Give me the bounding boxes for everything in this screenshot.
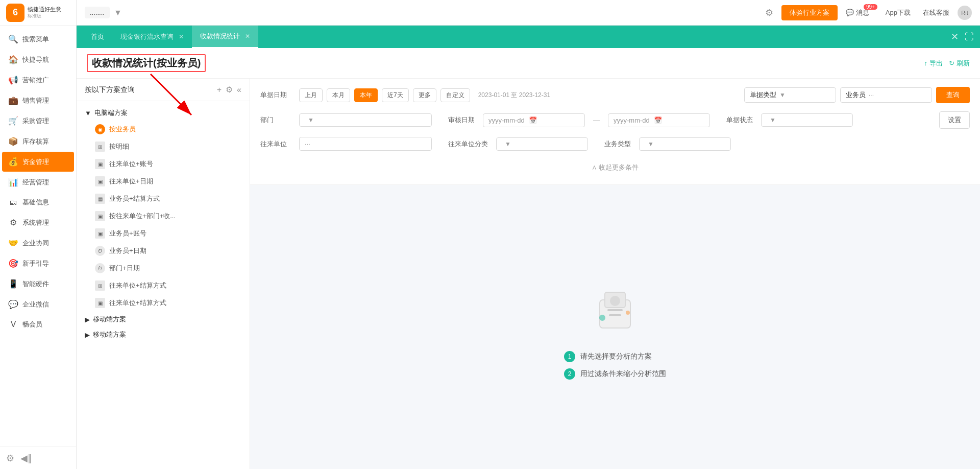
tree-item-icon: ▣: [95, 159, 105, 169]
empty-hints: 1 请先选择要分析的方案 2 用过滤条件来缩小分析范围: [564, 351, 666, 380]
nav-label: 畅会员: [22, 320, 42, 329]
tree-item-业务员+日期[interactable]: ⏱业务员+日期: [77, 242, 250, 260]
sidebar-item-营销推广[interactable]: 📢营销推广: [2, 70, 74, 90]
tree-item-业务员+结算方式[interactable]: ▦业务员+结算方式: [77, 190, 250, 207]
export-button[interactable]: ↑ 导出: [924, 59, 943, 68]
tree-item-按业务员[interactable]: ◉按业务员: [77, 121, 250, 138]
sidebar-item-畅会员[interactable]: V畅会员: [2, 315, 74, 334]
tree-item-往来单位+结算方式[interactable]: ⊞往来单位+结算方式: [77, 277, 250, 294]
sidebar-item-基础信息[interactable]: 🗂基础信息: [2, 193, 74, 212]
tree-group-电脑端方案[interactable]: ▼电脑端方案: [77, 105, 250, 121]
panel-header-label: 按以下方案查询: [85, 85, 135, 95]
sidebar-item-企业协同[interactable]: 🤝企业协同: [2, 233, 74, 253]
settings-scheme-icon[interactable]: ⚙: [226, 85, 233, 95]
tree-item-按明细[interactable]: ⊞按明细: [77, 138, 250, 155]
trial-button[interactable]: 体验行业方案: [781, 5, 838, 20]
empty-illustration: [584, 274, 646, 336]
sidebar-item-经营管理[interactable]: 📊经营管理: [2, 172, 74, 192]
tab-bank-flow[interactable]: 现金银行流水查询 ✕: [112, 26, 192, 48]
nav-icon: 🎯: [8, 259, 18, 268]
sidebar-item-库存核算[interactable]: 📦库存核算: [2, 131, 74, 151]
review-date-end[interactable]: yyyy-mm-dd 📅: [608, 113, 710, 127]
online-service-link[interactable]: 在线客服: [923, 8, 949, 17]
collapse-panel-icon[interactable]: «: [237, 85, 241, 95]
receipt-type-chevron: ▼: [779, 91, 786, 99]
receipt-status-select[interactable]: ▼: [761, 113, 853, 127]
nav-icon: 📦: [8, 136, 18, 146]
sidebar-item-智能硬件[interactable]: 📱智能硬件: [2, 274, 74, 294]
sidebar-item-销售管理[interactable]: 💼销售管理: [2, 90, 74, 110]
tab-receipt-stats-close[interactable]: ✕: [245, 33, 250, 40]
review-date-label: 审核日期: [448, 115, 475, 125]
tab-bank-flow-close[interactable]: ✕: [179, 33, 184, 40]
tree-item-icon: ▣: [95, 298, 105, 308]
tree-group-mobile[interactable]: ▶移动端方案: [77, 327, 250, 342]
tree-group-移动端方案[interactable]: ▶移动端方案: [77, 312, 250, 327]
tree-item-label: 往来单位+结算方式: [109, 298, 166, 308]
tab-close-all-icon[interactable]: ✕: [951, 31, 959, 42]
tab-receipt-stats-label: 收款情况统计: [200, 32, 240, 41]
sidebar-item-系统管理[interactable]: ⚙系统管理: [2, 213, 74, 232]
receipt-type-select[interactable]: 单据类型 ▼: [744, 87, 836, 103]
tree-item-部门+日期[interactable]: ⏱部门+日期: [77, 260, 250, 277]
date-btn-last-month[interactable]: 上月: [299, 88, 323, 102]
sidebar-item-搜索菜单[interactable]: 🔍搜索菜单: [2, 29, 74, 49]
tree-item-label: 部门+日期: [109, 264, 140, 273]
breadcrumb-area: ........ ▼: [85, 7, 759, 18]
sidebar-item-快捷导航[interactable]: 🏠快捷导航: [2, 50, 74, 69]
tree-item-往来单位+账号[interactable]: ▣往来单位+账号: [77, 155, 250, 173]
settings-footer-icon[interactable]: ⚙: [6, 453, 14, 464]
tree-group-label: 移动端方案: [93, 315, 126, 324]
tree-item-按往来单位+部门+收...[interactable]: ▣按往来单位+部门+收...: [77, 207, 250, 225]
nav-label: 搜索菜单: [22, 35, 49, 44]
sidebar-item-资金管理[interactable]: 💰资金管理: [2, 152, 74, 172]
nav-icon: 🤝: [8, 238, 18, 248]
tab-receipt-stats[interactable]: 收款情况统计 ✕: [192, 26, 258, 48]
user-avatar[interactable]: Rit: [958, 6, 972, 20]
tab-bar: 首页 现金银行流水查询 ✕ 收款情况统计 ✕ ✕ ⛶: [77, 26, 980, 48]
nav-icon: 📢: [8, 75, 18, 85]
settings-button[interactable]: 设置: [939, 111, 970, 129]
app-download-link[interactable]: App下载: [886, 8, 911, 17]
date-btn-this-month[interactable]: 本月: [327, 88, 350, 102]
receipt-status-chevron: ▼: [770, 116, 776, 124]
nav-label: 资金管理: [22, 157, 49, 167]
partner-input[interactable]: ···: [299, 137, 432, 151]
message-badge[interactable]: 💬 消息 99+: [846, 8, 869, 17]
collapse-footer-icon[interactable]: ◀‖: [20, 453, 32, 464]
date-btn-7days[interactable]: 近7天: [382, 88, 409, 102]
business-type-select[interactable]: ▼: [639, 137, 731, 151]
breadcrumb: ........: [85, 7, 110, 18]
add-scheme-icon[interactable]: +: [217, 85, 222, 95]
sidebar-item-采购管理[interactable]: 🛒采购管理: [2, 111, 74, 131]
sidebar-item-新手引导[interactable]: 🎯新手引导: [2, 253, 74, 273]
date-btn-custom[interactable]: 自定义: [440, 88, 470, 102]
refresh-button[interactable]: ↻ 刷新: [949, 59, 970, 68]
tab-home[interactable]: 首页: [83, 26, 112, 48]
tree-item-icon: ▣: [95, 176, 105, 186]
nav-icon: 💬: [8, 299, 18, 309]
sidebar-item-企业微信[interactable]: 💬企业微信: [2, 294, 74, 314]
tree-item-业务员+账号[interactable]: ▣业务员+账号: [77, 225, 250, 242]
nav-label: 基础信息: [22, 198, 49, 207]
tree-item-icon: ⊞: [95, 142, 105, 152]
breadcrumb-chevron-icon[interactable]: ▼: [114, 8, 122, 17]
dept-select[interactable]: ▼: [299, 113, 432, 127]
nav-icon: 📱: [8, 279, 18, 289]
nav-label: 库存核算: [22, 137, 49, 146]
partner-category-label: 往来单位分类: [448, 139, 488, 149]
salesman-select[interactable]: 业务员 ···: [840, 87, 932, 103]
logo-area: 6 畅捷通好生意 标准版: [0, 0, 76, 26]
tab-maximize-icon[interactable]: ⛶: [965, 32, 974, 42]
date-btn-this-year[interactable]: 本年: [354, 88, 378, 102]
partner-category-select[interactable]: ▼: [496, 137, 588, 151]
tree-item-往来单位+结算方式[interactable]: ▣往来单位+结算方式: [77, 294, 250, 312]
tree-item-往来单位+日期[interactable]: ▣往来单位+日期: [77, 173, 250, 190]
date-btn-more[interactable]: 更多: [413, 88, 436, 102]
review-date-start[interactable]: yyyy-mm-dd 📅: [483, 113, 585, 127]
settings-icon[interactable]: ⚙: [765, 7, 773, 18]
query-button[interactable]: 查询: [936, 87, 970, 103]
collapse-filter-button[interactable]: ∧ 收起更多条件: [260, 159, 970, 176]
date-button-group: 上月 本月 本年 近7天 更多 自定义 2023-01-01 至 2023-12…: [299, 88, 736, 102]
nav-label: 智能硬件: [22, 279, 49, 289]
